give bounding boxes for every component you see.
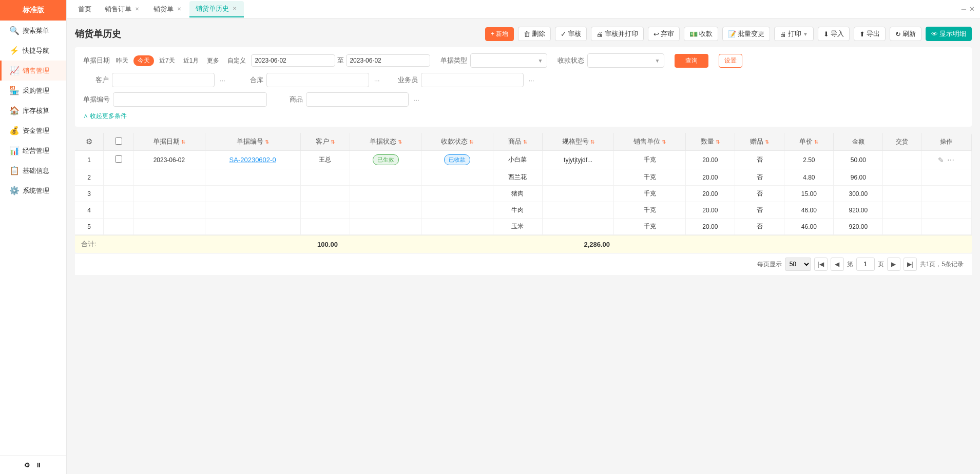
th-customer[interactable]: 客户⇅ <box>300 133 350 151</box>
collect-icon: 💵 <box>689 30 698 38</box>
tab-sales-delivery[interactable]: 销货单 ✕ <box>147 1 188 17</box>
th-doc-date[interactable]: 单据日期⇅ <box>133 133 205 151</box>
settings-button[interactable]: 设置 <box>719 54 742 68</box>
date-btn-1month[interactable]: 近1月 <box>180 55 202 66</box>
tab-sales-delivery-label: 销货单 <box>153 5 174 14</box>
window-close-btn[interactable]: ✕ <box>969 5 975 13</box>
salesperson-ellipsis[interactable]: ··· <box>527 76 536 84</box>
sidebar-bottom-icon2[interactable]: ⏸ <box>35 461 42 469</box>
tab-sales-history[interactable]: 销货单历史 ✕ <box>189 1 244 17</box>
tab-sales-history-close[interactable]: ✕ <box>232 5 238 12</box>
collect-button[interactable]: 💵 收款 <box>684 27 718 41</box>
delete-button[interactable]: 🗑 删除 <box>518 27 551 41</box>
th-gift[interactable]: 赠品⇅ <box>735 133 784 151</box>
collapse-button[interactable]: ∧ 收起更多条件 <box>83 112 964 121</box>
td-actions: ✎⋯ <box>921 151 971 169</box>
sort-docno-icon: ⇅ <box>265 139 269 145</box>
page-header: 销货单历史 + 新增 🗑 删除 ✓ 审核 🖨 审核并打印 ↩ 弃审 <box>75 27 972 41</box>
date-filter-group: 单据日期 昨天 今天 近7天 近1月 更多 自定义 至 <box>83 54 430 67</box>
th-unit[interactable]: 销售单位⇅ <box>614 133 685 151</box>
customer-input[interactable] <box>112 73 215 87</box>
sidebar-item-system[interactable]: ⚙️ 系统管理 <box>0 181 66 201</box>
th-payment-status[interactable]: 收款状态⇅ <box>421 133 493 151</box>
sort-unit-icon: ⇅ <box>662 139 666 145</box>
new-button[interactable]: + 新增 <box>485 27 514 41</box>
th-gear[interactable]: ⚙ <box>75 133 104 151</box>
abandon-button[interactable]: ↩ 弃审 <box>648 27 680 41</box>
tab-sales-delivery-close[interactable]: ✕ <box>176 6 182 12</box>
warehouse-input[interactable] <box>266 73 369 87</box>
product-ellipsis[interactable]: ··· <box>412 96 421 104</box>
date-btn-more[interactable]: 更多 <box>204 55 222 66</box>
query-button[interactable]: 查询 <box>675 54 708 68</box>
footer-total-amount: 2,286.00 <box>533 241 610 248</box>
salesperson-label: 业务员 <box>392 75 418 85</box>
window-minimize-btn[interactable]: ─ <box>962 5 966 13</box>
per-page-select[interactable]: 50 100 200 <box>785 258 811 271</box>
th-doc-no[interactable]: 单据编号⇅ <box>205 133 300 151</box>
th-qty[interactable]: 数量⇅ <box>685 133 735 151</box>
prev-page-btn[interactable]: ◀ <box>831 258 844 271</box>
th-doc-status[interactable]: 单据状态⇅ <box>350 133 421 151</box>
sidebar-item-quicknav[interactable]: ⚡ 快捷导航 <box>0 41 66 61</box>
quick-nav-icon: ⚡ <box>9 46 18 55</box>
review-print-button[interactable]: 🖨 审核并打印 <box>591 27 644 41</box>
sidebar-item-finance[interactable]: 💰 资金管理 <box>0 121 66 141</box>
sidebar-item-ops[interactable]: 📊 经营管理 <box>0 141 66 161</box>
docno-filter-group: 单据编号 <box>83 92 267 107</box>
delete-icon: 🗑 <box>524 30 530 38</box>
td-doc-status <box>350 169 421 186</box>
td-payment-status <box>421 186 493 202</box>
sidebar-item-label: 基础信息 <box>23 166 49 175</box>
th-price[interactable]: 单价⇅ <box>784 133 834 151</box>
sidebar: 标准版 🔍 搜索菜单 ⚡ 快捷导航 📈 销售管理 🏪 采购管理 🏠 库存核算 💰… <box>0 0 67 474</box>
th-checkbox <box>104 133 133 151</box>
date-btn-7days[interactable]: 近7天 <box>156 55 178 66</box>
payment-status-select[interactable]: ▼ <box>587 53 664 68</box>
last-page-btn[interactable]: ▶| <box>904 258 917 271</box>
date-btn-yesterday[interactable]: 昨天 <box>113 55 131 66</box>
tab-sales-order-close[interactable]: ✕ <box>134 6 140 12</box>
tab-home[interactable]: 首页 <box>72 1 98 17</box>
td-qty: 20.00 <box>685 169 735 186</box>
td-customer <box>300 202 350 219</box>
edit-action-btn[interactable]: ✎ <box>936 156 946 164</box>
th-spec[interactable]: 规格型号⇅ <box>542 133 613 151</box>
refresh-button[interactable]: ↻ 刷新 <box>890 27 921 41</box>
date-end-input[interactable] <box>346 54 430 67</box>
sidebar-item-inventory[interactable]: 🏠 库存核算 <box>0 101 66 121</box>
filter-row-3: 单据编号 商品 ··· <box>83 92 964 107</box>
tab-sales-order[interactable]: 销售订单 ✕ <box>99 1 146 17</box>
td-product: 猪肉 <box>493 186 542 202</box>
date-start-input[interactable] <box>251 54 335 67</box>
td-doc-no: SA-20230602-0 <box>205 151 300 169</box>
select-all-checkbox[interactable] <box>115 137 122 145</box>
sidebar-item-purchase[interactable]: 🏪 采购管理 <box>0 81 66 101</box>
docno-input[interactable] <box>113 92 267 107</box>
more-action-btn[interactable]: ⋯ <box>946 156 956 164</box>
date-btn-custom[interactable]: 自定义 <box>224 55 249 66</box>
show-detail-button[interactable]: 👁 显示明细 <box>926 27 972 41</box>
export-button[interactable]: ⬆ 导出 <box>854 27 886 41</box>
date-btn-today[interactable]: 今天 <box>133 55 154 66</box>
warehouse-ellipsis[interactable]: ··· <box>372 76 382 84</box>
sidebar-item-sales[interactable]: 📈 销售管理 <box>0 61 66 81</box>
customer-ellipsis[interactable]: ··· <box>218 76 227 84</box>
product-input[interactable] <box>306 92 409 107</box>
th-product[interactable]: 商品⇅ <box>493 133 542 151</box>
salesperson-input[interactable] <box>421 73 524 87</box>
import-button[interactable]: ⬇ 导入 <box>818 27 850 41</box>
print-button[interactable]: 🖨 打印 ▼ <box>774 27 814 41</box>
doc-no-link[interactable]: SA-20230602-0 <box>229 156 276 164</box>
batch-change-button[interactable]: 📝 批量变更 <box>722 27 770 41</box>
sidebar-item-basic[interactable]: 📋 基础信息 <box>0 161 66 181</box>
sidebar-item-search[interactable]: 🔍 搜索菜单 <box>0 21 66 41</box>
next-page-btn[interactable]: ▶ <box>887 258 900 271</box>
sidebar-bottom-icon1[interactable]: ⚙ <box>24 461 30 469</box>
row-checkbox[interactable] <box>115 155 122 163</box>
first-page-btn[interactable]: |◀ <box>814 258 828 271</box>
page-number-input[interactable] <box>856 258 875 271</box>
footer-total-qty: 100.00 <box>122 241 533 248</box>
doc-type-select[interactable]: ▼ <box>470 53 547 68</box>
review-button[interactable]: ✓ 审核 <box>555 27 587 41</box>
